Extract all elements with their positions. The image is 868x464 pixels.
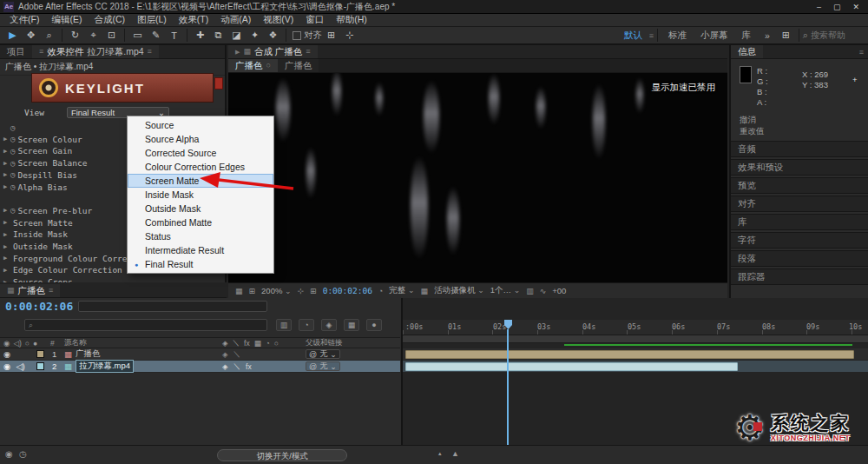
col-parent-link[interactable]: 父级和链接: [306, 338, 343, 348]
viewer-tab-2[interactable]: 广播色: [278, 59, 319, 72]
timeline-search-box[interactable]: ⌕: [24, 319, 267, 331]
effect-row[interactable]: ▶Source Crops: [0, 276, 227, 282]
workspace-default[interactable]: 默认: [617, 30, 649, 42]
expand-time-icon[interactable]: ◷: [19, 449, 27, 459]
pickwhip-icon[interactable]: @: [309, 362, 317, 371]
menu-item-status[interactable]: Status: [128, 229, 273, 243]
layer-visibility-icon[interactable]: ◉: [3, 349, 10, 359]
panel-paragraph[interactable]: 段落: [731, 251, 763, 266]
layer-duration-bar[interactable]: [405, 350, 854, 359]
viewer-tab-1[interactable]: 广播色 ○: [228, 59, 278, 72]
workspace-menu-icon[interactable]: ≡: [649, 31, 654, 40]
panel-libraries[interactable]: 库: [731, 215, 754, 229]
layer-name[interactable]: 拉刀绿幕.mp4: [76, 360, 134, 373]
type-tool[interactable]: T: [165, 30, 183, 41]
brush-tool[interactable]: ✚: [191, 30, 209, 41]
timeline-timecode[interactable]: 0:00:02:06: [5, 300, 73, 313]
search-help-input[interactable]: [811, 30, 865, 40]
blend-toggle-icon[interactable]: ＼: [233, 349, 241, 360]
workspace-grid-icon[interactable]: ⊞: [777, 30, 795, 41]
zoom-level-dropdown[interactable]: 200% ⌄: [261, 286, 292, 295]
menu-file[interactable]: 文件(F): [3, 14, 45, 26]
pan-behind-tool[interactable]: ⊡: [102, 30, 121, 41]
pickwhip-icon[interactable]: @: [309, 350, 317, 359]
region-of-interest-icon[interactable]: ▦: [420, 287, 428, 295]
toggle-switches-modes-button[interactable]: 切换开关/模式: [217, 449, 347, 461]
mask-mode-icon[interactable]: ⊹: [340, 30, 358, 41]
menu-view[interactable]: 视图(V): [257, 14, 299, 26]
panel-effects-presets[interactable]: 效果和预设: [731, 160, 791, 175]
choose-grid-icon[interactable]: ⊹: [298, 287, 305, 295]
preview-timecode[interactable]: 0:00:02:06: [323, 286, 372, 295]
hide-shy-icon[interactable]: ◈: [321, 319, 337, 331]
parent-dropdown[interactable]: @ 无 ⌄: [306, 361, 340, 371]
workspace-small-screen[interactable]: 小屏幕: [694, 30, 735, 42]
zoom-in-icon[interactable]: ▲: [451, 449, 459, 458]
zoom-out-icon[interactable]: ▴: [438, 450, 442, 457]
frame-blend-icon[interactable]: ▦: [344, 319, 359, 331]
menu-edit[interactable]: 编辑(E): [45, 14, 88, 26]
view-layout-dropdown[interactable]: 1个… ⌄: [490, 285, 520, 296]
fast-previews-icon[interactable]: ∿: [540, 287, 547, 295]
magnification-grid-icon[interactable]: ⊞: [249, 287, 256, 295]
camera-tool[interactable]: ⌖: [84, 30, 102, 41]
menu-animation[interactable]: 动画(A): [214, 14, 257, 26]
tab-timeline-comp[interactable]: ▦ 广播色 ≡: [0, 284, 60, 297]
layer-visibility-icon[interactable]: ◉: [3, 361, 10, 371]
layer-name[interactable]: 广播色: [76, 348, 101, 360]
resolution-dropdown[interactable]: 完整 ⌄: [389, 285, 414, 296]
menu-item-inside-mask[interactable]: Inside Mask: [128, 188, 273, 202]
active-camera-dropdown[interactable]: 活动摄像机 ⌄: [434, 285, 484, 296]
panel-preview[interactable]: 预览: [731, 178, 763, 193]
menu-effect[interactable]: 效果(T): [173, 14, 214, 26]
tab-composition[interactable]: ▶ ▦ 合成 广播色 ≡: [228, 45, 318, 58]
work-area-bar[interactable]: [403, 335, 868, 343]
minimize-button[interactable]: –: [817, 3, 821, 11]
menu-help[interactable]: 帮助(H): [330, 14, 373, 26]
menu-window[interactable]: 窗口: [299, 14, 330, 26]
panel-menu-icon[interactable]: ≡: [148, 45, 152, 58]
comp-mini-flow-area[interactable]: [78, 301, 267, 312]
close-button[interactable]: ✕: [852, 3, 859, 11]
parent-dropdown[interactable]: @ 无 ⌄: [306, 349, 340, 359]
layer-row-2[interactable]: ◉ ◁) 2 ▦ 拉刀绿幕.mp4 ◈ ＼ fx @ 无 ⌄: [0, 361, 400, 373]
menu-composition[interactable]: 合成(C): [88, 14, 131, 26]
workspace-standard[interactable]: 标准: [661, 30, 694, 42]
clone-stamp-tool[interactable]: ⧉: [209, 30, 227, 41]
layer-audio-icon[interactable]: ◁): [16, 361, 24, 371]
col-source-name[interactable]: 源名称: [64, 338, 87, 348]
rotation-tool[interactable]: ↻: [66, 30, 84, 41]
grid-options-icon[interactable]: ⊞: [322, 30, 340, 41]
blend-toggle-icon[interactable]: ＼: [233, 361, 241, 372]
tab-effect-controls[interactable]: ≡ 效果控件 拉刀绿幕.mp4 ≡: [32, 45, 159, 58]
layer-color-chip[interactable]: [36, 350, 44, 358]
menu-item-source[interactable]: Source: [128, 118, 273, 132]
video-frame[interactable]: 显示加速已禁用: [228, 73, 727, 282]
menu-item-intermediate-result[interactable]: Intermediate Result: [128, 243, 273, 257]
snap-checkbox[interactable]: [293, 31, 301, 40]
menu-item-source-alpha[interactable]: Source Alpha: [128, 132, 273, 146]
pixel-aspect-icon[interactable]: ▥: [526, 287, 534, 295]
tab-info[interactable]: 信息: [731, 45, 763, 58]
snapshot-icon[interactable]: ◔: [378, 287, 383, 295]
panel-menu-icon[interactable]: ≡: [855, 45, 868, 58]
menu-item-colour-correction-edges[interactable]: Colour Correction Edges: [128, 160, 273, 174]
eraser-tool[interactable]: ◪: [227, 30, 246, 41]
workspace-overflow-icon[interactable]: »: [758, 30, 777, 41]
tab-project[interactable]: 项目: [0, 45, 32, 58]
shy-toggle-icon[interactable]: ◈: [222, 362, 228, 371]
menu-item-outside-mask[interactable]: Outside Mask: [128, 202, 273, 215]
panel-tracker[interactable]: 跟踪器: [731, 269, 773, 284]
menu-item-final-result[interactable]: ●Final Result: [128, 257, 273, 271]
pen-tool[interactable]: ✎: [147, 30, 165, 41]
draft-3d-icon[interactable]: ◔: [299, 319, 314, 331]
zoom-tool[interactable]: ⌕: [40, 30, 58, 41]
exposure-control[interactable]: +00: [552, 286, 566, 295]
motion-blur-icon[interactable]: ●: [366, 319, 382, 331]
hand-tool[interactable]: ✥: [22, 30, 40, 41]
panel-align[interactable]: 对齐: [731, 196, 763, 211]
roto-brush-tool[interactable]: ✦: [246, 30, 264, 41]
workspace-libraries[interactable]: 库: [734, 30, 758, 42]
puppet-pin-tool[interactable]: ❖: [264, 30, 282, 41]
layer-row-1[interactable]: ◉ 1 ▦ 广播色 ◈ ＼ @ 无 ⌄: [0, 348, 400, 361]
